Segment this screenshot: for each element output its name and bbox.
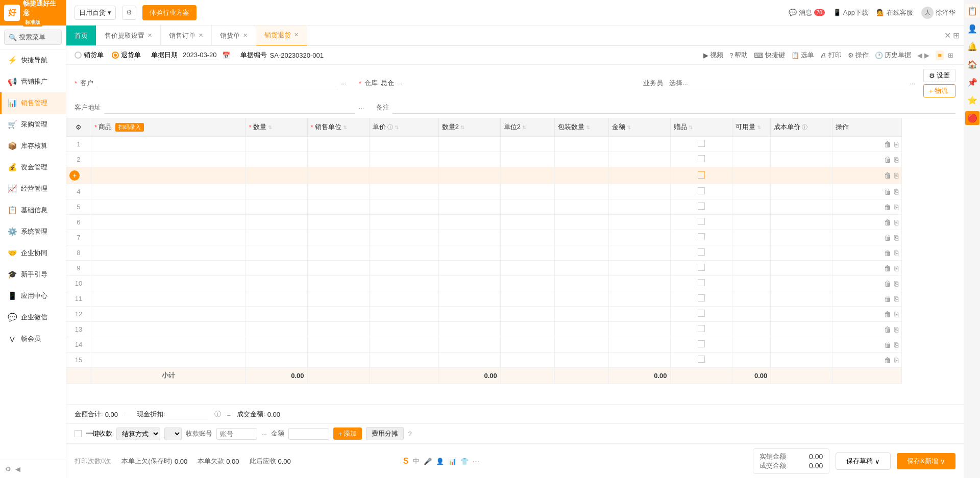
unit-cell[interactable]	[307, 152, 369, 167]
copy-btn[interactable]: ⎘	[894, 218, 898, 227]
settle-method-select[interactable]: 结算方式	[116, 427, 160, 440]
delete-btn[interactable]: 🗑	[884, 356, 891, 364]
right-icon-pin[interactable]: 📌	[965, 76, 979, 89]
copy-btn[interactable]: ⎘	[894, 171, 898, 180]
history-btn[interactable]: 🕐 历史单据	[875, 51, 911, 60]
delete-btn[interactable]: 🗑	[884, 171, 891, 180]
qty2-cell[interactable]	[438, 136, 500, 152]
user-area[interactable]: 人 徐泽华	[921, 7, 955, 19]
unit-cell[interactable]	[307, 167, 369, 184]
one-click-checkbox[interactable]	[75, 430, 82, 437]
copy-btn[interactable]: ⎘	[894, 156, 898, 164]
sidebar-item-inventory[interactable]: 📦 库存核算	[0, 135, 66, 157]
tab-sales-delivery[interactable]: 销货单 ✕	[212, 26, 256, 46]
video-btn[interactable]: ▶ 视频	[703, 51, 723, 60]
msg-btn[interactable]: 💬 消息 70	[789, 8, 825, 17]
unit2-cell[interactable]	[500, 136, 554, 152]
price-cell[interactable]	[369, 152, 438, 167]
sidebar-item-purchase[interactable]: 🛒 采购管理	[0, 114, 66, 135]
warehouse-dots[interactable]: ···	[397, 80, 403, 87]
right-icon-clipboard[interactable]: 📋	[965, 4, 979, 18]
right-icon-user[interactable]: 👤	[965, 22, 979, 36]
add-btn[interactable]: + 添加	[333, 427, 362, 440]
price-info-icon[interactable]: ⓘ	[387, 123, 393, 131]
qty-cell[interactable]	[246, 167, 307, 184]
gift-cell[interactable]	[670, 152, 732, 167]
tab-sales-return[interactable]: 销货退货 ✕	[256, 26, 307, 46]
grid-view-icon[interactable]: ⊞	[946, 51, 955, 60]
tab-more-btn[interactable]: ⊞	[953, 31, 960, 40]
staff-dots[interactable]: ···	[910, 80, 915, 87]
copy-btn[interactable]: ⎘	[894, 234, 898, 242]
sidebar-item-operations[interactable]: 📈 经营管理	[0, 178, 66, 199]
sidebar-item-finance[interactable]: 💰 资金管理	[0, 157, 66, 178]
unit2-cell[interactable]	[500, 167, 554, 184]
right-icon-bell[interactable]: 🔔	[965, 40, 979, 54]
product-cell[interactable]	[91, 136, 246, 152]
bottom-icon-s[interactable]: S	[403, 457, 409, 466]
copy-btn[interactable]: ⎘	[894, 188, 898, 196]
delete-btn[interactable]: 🗑	[884, 264, 891, 272]
info-circle[interactable]: ⓘ	[214, 410, 221, 419]
delete-btn[interactable]: 🗑	[884, 218, 891, 227]
sidebar-item-wechat[interactable]: 💬 企业微信	[0, 307, 66, 328]
calc-method-select[interactable]	[164, 427, 182, 440]
bottom-icon-person[interactable]: 👤	[436, 458, 444, 465]
list-view-icon[interactable]: ≡	[936, 51, 944, 60]
pack-sort-icon[interactable]: ⇅	[586, 124, 590, 130]
tab-close-icon[interactable]: ✕	[199, 32, 203, 39]
avail-cell[interactable]	[732, 136, 771, 152]
copy-btn[interactable]: ⎘	[894, 280, 898, 288]
operate-btn[interactable]: ⚙ 操作	[848, 51, 869, 60]
delete-btn[interactable]: 🗑	[884, 234, 891, 242]
delete-btn[interactable]: 🗑	[884, 188, 891, 196]
unit-sort-icon[interactable]: ⇅	[343, 124, 347, 130]
settings-btn[interactable]: ⚙ 设置	[923, 69, 955, 82]
amount-cell[interactable]	[608, 136, 670, 152]
product-input-active[interactable]	[94, 172, 242, 180]
qty2-cell[interactable]	[438, 167, 500, 184]
collapse-icon[interactable]: ◀	[15, 465, 20, 473]
sidebar-item-apps[interactable]: 📱 应用中心	[0, 285, 66, 307]
copy-btn[interactable]: ⎘	[894, 264, 898, 272]
bottom-icon-zh[interactable]: 中	[413, 457, 420, 466]
bottom-icon-mic[interactable]: 🎤	[424, 458, 432, 465]
copy-btn[interactable]: ⎘	[894, 325, 898, 334]
topbar-settings-btn[interactable]: ⚙	[122, 6, 136, 20]
logistics-btn[interactable]: + 物流	[923, 84, 955, 97]
sidebar-item-sales[interactable]: 📊 销售管理	[0, 92, 66, 114]
unit2-cell[interactable]	[500, 152, 554, 167]
tab-price-settings[interactable]: 售价提取设置 ✕	[96, 26, 161, 46]
sidebar-item-member[interactable]: V 畅会员	[0, 328, 66, 349]
qty2-sort-icon[interactable]: ⇅	[460, 124, 464, 130]
price-cell[interactable]	[369, 167, 438, 184]
amount-cell[interactable]	[608, 167, 670, 184]
cost-cell[interactable]	[771, 152, 832, 167]
date-value[interactable]: 2023-03-20	[181, 50, 219, 60]
pack-cell[interactable]	[554, 167, 608, 184]
payment-amount-input[interactable]	[288, 428, 329, 440]
delete-btn[interactable]: 🗑	[884, 203, 891, 211]
copy-btn[interactable]: ⎘	[894, 310, 898, 318]
sidebar-item-guide[interactable]: 🎓 新手引导	[0, 264, 66, 285]
nav-select[interactable]: 日用百货 ▾	[75, 6, 116, 20]
app-download-btn[interactable]: 📱 App下载	[833, 8, 868, 17]
right-icon-star[interactable]: ⭐	[965, 93, 979, 107]
settings-bottom-icon[interactable]: ⚙	[5, 465, 11, 473]
amount-sort-icon[interactable]: ⇅	[627, 124, 631, 130]
qty-cell[interactable]	[246, 136, 307, 152]
delete-btn[interactable]: 🗑	[884, 295, 891, 303]
cost-cell[interactable]	[771, 167, 832, 184]
online-service-btn[interactable]: 💁 在线客服	[876, 8, 913, 17]
th-settings[interactable]: ⚙	[66, 118, 91, 136]
avail-cell[interactable]	[732, 152, 771, 167]
unit2-sort-icon[interactable]: ⇅	[522, 124, 526, 130]
qty2-cell[interactable]	[438, 152, 500, 167]
note-input[interactable]	[393, 102, 955, 114]
save-draft-btn[interactable]: 保存草稿 ∨	[836, 452, 891, 470]
pack-cell[interactable]	[554, 136, 608, 152]
copy-btn[interactable]: ⎘	[894, 203, 898, 211]
staff-input[interactable]	[666, 77, 906, 89]
select-btn[interactable]: 📋 选单	[791, 51, 814, 60]
avail-cell[interactable]	[732, 167, 771, 184]
